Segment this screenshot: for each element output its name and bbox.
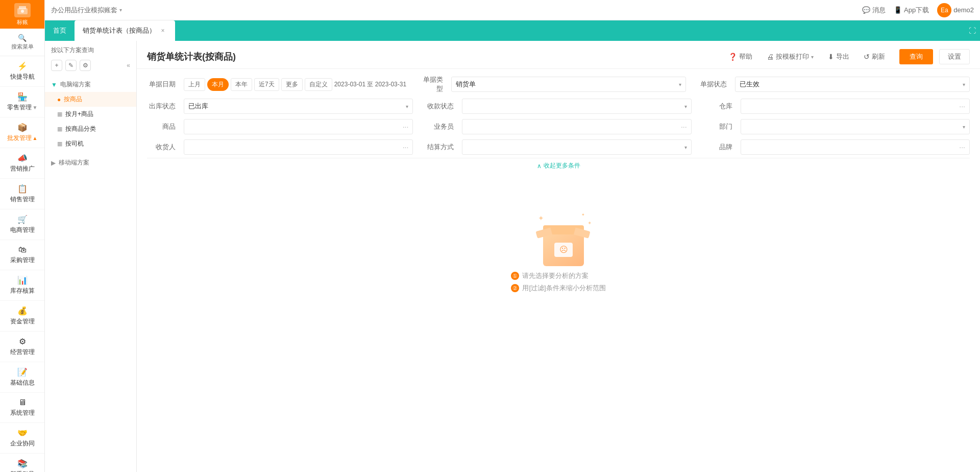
sidebar-item-marketing[interactable]: 📣 营销推广 [0, 148, 45, 179]
avatar: Ea [937, 3, 951, 17]
edit-scheme-btn[interactable]: ✎ [65, 60, 77, 71]
brand-input[interactable]: ··· [741, 139, 970, 155]
settings-button[interactable]: 设置 [939, 49, 970, 64]
out-status-select[interactable]: 已出库 ▾ [184, 99, 413, 114]
driver-label: 按司机 [65, 139, 84, 148]
topbar-dropdown-icon[interactable]: ▾ [119, 7, 122, 13]
query-button[interactable]: 查询 [899, 49, 933, 64]
month-goods-icon: ▦ [57, 111, 62, 117]
sidebar-item-finance[interactable]: 💰 资金管理 [0, 301, 45, 332]
app-logo: 标账 [0, 0, 45, 29]
sidebar-item-system[interactable]: 🖥 系统管理 [0, 393, 45, 423]
salesman-input[interactable]: ··· [462, 119, 691, 134]
app-download-icon: 📱 [894, 6, 902, 14]
warehouse-input[interactable]: ··· [741, 99, 970, 114]
export-icon: ⬇ [828, 53, 834, 61]
collapse-bar[interactable]: ∧ 收起更多条件 [147, 158, 970, 173]
settings-scheme-btn[interactable]: ⚙ [80, 60, 91, 71]
tree-section-pc-title[interactable]: ▼ 电脑端方案 [45, 77, 136, 92]
sidebar-item-enterprise[interactable]: 🤝 企业协同 [0, 423, 45, 454]
tip-text-1: 请先选择要分析的方案 [522, 271, 589, 280]
app-subtitle: 标账 [17, 18, 28, 26]
goods-input[interactable]: ··· [184, 119, 413, 134]
help-icon: ❓ [728, 53, 737, 61]
app-download-label: App下载 [904, 6, 929, 15]
recipient-label: 收货人 [147, 143, 180, 152]
date-btn-7days[interactable]: 近7天 [254, 78, 279, 91]
sidebar-search[interactable]: 🔍 搜索菜单 [0, 29, 45, 56]
date-range: 2023-03-01 至 2023-03-31 [334, 80, 406, 89]
enterprise-label: 企业协同 [10, 439, 35, 448]
tab-home[interactable]: 首页 [45, 20, 75, 41]
tab-close-btn[interactable]: × [159, 27, 167, 35]
sidebar-item-retail[interactable]: 🏪 零售管理 ▼ [0, 87, 45, 117]
left-panel-header: 按以下方案查询 [45, 41, 136, 58]
tree-item-goods-category[interactable]: ▦ 按商品分类 [45, 122, 136, 136]
add-scheme-btn[interactable]: + [51, 60, 62, 71]
basic-label: 基础信息 [10, 379, 35, 387]
date-btn-custom[interactable]: 自定义 [305, 78, 332, 91]
payment-method-select[interactable]: ▾ [462, 139, 691, 155]
panel-collapse-btn[interactable]: « [127, 62, 130, 69]
topbar-right: 💬 消息 📱 App下载 Ea demo2 [862, 3, 974, 17]
sales-icon: 📋 [17, 184, 28, 194]
refresh-btn[interactable]: ↺ 刷新 [860, 50, 889, 63]
date-btn-lastmonth[interactable]: 上月 [184, 78, 205, 91]
tree-item-by-driver[interactable]: ▦ 按司机 [45, 136, 136, 151]
goods-cat-icon: ▦ [57, 126, 62, 132]
recipient-input[interactable]: ··· [184, 139, 413, 155]
tab-maximize-btn[interactable]: ⛶ [969, 27, 976, 35]
sales-label: 销售管理 [10, 195, 35, 204]
print-btn[interactable]: 🖨 按模板打印 ▾ [763, 50, 818, 63]
tree-section-mobile-title[interactable]: ▶ 移动端方案 [45, 155, 136, 170]
messages-btn[interactable]: 💬 消息 [862, 6, 886, 15]
goods-cat-label: 按商品分类 [65, 125, 96, 133]
doc-type-select[interactable]: 销货单 ▾ [451, 77, 686, 92]
filter-row-2: 出库状态 已出库 ▾ 收款状态 ▾ 仓库 ··· [147, 99, 970, 114]
filter-row-4: 收货人 ··· 结算方式 ▾ 品牌 ··· [147, 139, 970, 155]
date-btn-thisyear[interactable]: 本年 [231, 78, 252, 91]
doc-type-arrow: ▾ [679, 82, 681, 87]
payment-status-select[interactable]: ▾ [462, 99, 691, 114]
date-label: 单据日期 [147, 80, 180, 89]
date-btn-more[interactable]: 更多 [281, 78, 303, 91]
inventory-label: 库存核算 [10, 287, 35, 295]
left-panel: 按以下方案查询 + ✎ ⚙ « ▼ 电脑端方案 [45, 41, 137, 472]
tree-section-pc: ▼ 电脑端方案 ● 按商品 ▦ 按月+商品 ▦ 按商品分类 ▦ 按司机 [45, 75, 136, 153]
help-btn[interactable]: ❓ 帮助 [724, 50, 756, 63]
export-btn[interactable]: ⬇ 导出 [824, 50, 853, 63]
filter-row-1: 单据日期 上月 本月 本年 近7天 [147, 75, 970, 93]
sidebar-item-sales[interactable]: 📋 销售管理 [0, 179, 45, 209]
collapse-label: 收起更多条件 [544, 161, 580, 170]
close-icon: × [161, 27, 164, 34]
sidebar-item-operations[interactable]: ⚙ 经营管理 [0, 332, 45, 362]
date-picker: 上月 本月 本年 近7天 更多 [184, 78, 406, 91]
sidebar-item-basic[interactable]: 📝 基础信息 [0, 362, 45, 393]
tabbar: 首页 销货单统计表（按商品） × ⛶ [45, 20, 980, 41]
sidebar-item-procurement[interactable]: 🛍 采购管理 [0, 240, 45, 270]
tree-item-month-goods[interactable]: ▦ 按月+商品 [45, 107, 136, 122]
sidebar-item-inventory[interactable]: 📊 库存核算 [0, 270, 45, 301]
ecommerce-label: 电商管理 [10, 226, 35, 234]
date-btn-thismonth[interactable]: 本月 [207, 78, 229, 91]
brand-label: 品牌 [704, 143, 737, 152]
print-dropdown-icon: ▾ [811, 54, 814, 60]
right-main: 销货单统计表(按商品) ❓ 帮助 🖨 按模板打印 ▾ ⬇ 导出 [137, 41, 980, 472]
sidebar-item-ecommerce[interactable]: 🛒 电商管理 [0, 209, 45, 240]
page-header: 销货单统计表(按商品) ❓ 帮助 🖨 按模板打印 ▾ ⬇ 导出 [137, 41, 980, 69]
sidebar-item-quicknav[interactable]: ⚡ 快捷导航 [0, 56, 45, 87]
newbie-icon: 📚 [17, 459, 28, 468]
tree-item-by-goods[interactable]: ● 按商品 [45, 92, 136, 107]
sidebar-item-wholesale[interactable]: 📦 批发管理 ▲ [0, 117, 45, 148]
user-profile[interactable]: Ea demo2 [937, 3, 974, 17]
out-status-value: 已出库 [188, 102, 208, 111]
quicknav-label: 快捷导航 [10, 73, 35, 81]
tab-active[interactable]: 销货单统计表（按商品） × [75, 20, 175, 41]
app-download-btn[interactable]: 📱 App下载 [894, 6, 929, 15]
dept-select[interactable]: ▾ [741, 119, 970, 134]
marketing-label: 营销推广 [10, 164, 35, 173]
sidebar-item-newbie[interactable]: 📚 新手引导 [0, 454, 45, 472]
left-panel-title: 按以下方案查询 [51, 46, 94, 55]
doc-status-select[interactable]: 已生效 ▾ [735, 77, 970, 92]
mobile-section-label: 移动端方案 [59, 158, 89, 167]
